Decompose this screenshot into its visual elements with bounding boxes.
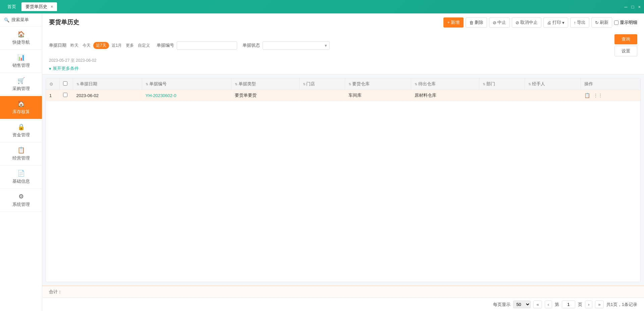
inventory-icon: 🏠 (17, 100, 25, 107)
window-minimize-icon[interactable]: ─ (624, 4, 627, 9)
sidebar-item-quick-nav[interactable]: 🏠 快捷导航 (0, 27, 42, 50)
toolbar: + 新增 🗑 🗑 删除 删除 ⊘ 中止 ⊘ 取消中止 (443, 17, 637, 31)
col-req-warehouse[interactable]: 要货仓库 (345, 78, 411, 90)
stop-button[interactable]: ⊘ 中止 (489, 17, 510, 28)
prev-page-button[interactable]: ‹ (545, 301, 552, 308)
cell-handler (525, 90, 581, 101)
per-page-select[interactable]: 50 10 20 100 (513, 301, 531, 308)
print-button[interactable]: 🖨 打印 ▾ (543, 17, 568, 28)
cart-icon: 🛒 (17, 77, 25, 84)
window-close-icon[interactable]: × (638, 4, 641, 9)
total-info: 共1页，1条记录 (606, 302, 637, 308)
export-button[interactable]: ↑ 导出 (570, 17, 590, 28)
status-select[interactable] (263, 41, 330, 50)
cell-date: 2023-06-02 (73, 90, 142, 101)
shortcut-7days[interactable]: 近7天 (93, 42, 109, 49)
new-button[interactable]: + 新增 (443, 17, 463, 28)
sidebar: 🔍 搜索菜单 🏠 快捷导航 📊 销售管理 🛒 采购管理 🏠 库存核算 🔒 资金管… (0, 13, 42, 311)
delete-button[interactable]: 🗑 🗑 删除 删除 (466, 17, 487, 28)
sidebar-item-operations[interactable]: 📋 经营管理 (0, 142, 42, 166)
delete-icon: 🗑 (469, 20, 474, 25)
shortcut-custom[interactable]: 自定义 (137, 42, 151, 49)
window-maximize-icon[interactable]: □ (632, 4, 634, 9)
action-btns: 查询 设置 (614, 34, 637, 56)
first-page-button[interactable]: « (533, 301, 542, 308)
order-no-label: 单据编号 (157, 42, 174, 48)
shortcut-more[interactable]: 更多 (124, 42, 135, 49)
table-body: 1 2023-06-02 YH-20230602-0 要货单要货 车间库 原材料… (46, 90, 640, 101)
col-date[interactable]: 单据日期 (73, 78, 142, 90)
row-edit-icon[interactable]: 📋 (584, 93, 590, 98)
row-delete-icon[interactable]: ⋮⋮ (593, 93, 603, 98)
select-all-checkbox[interactable] (63, 81, 67, 86)
main-layout: 🔍 搜索菜单 🏠 快捷导航 📊 销售管理 🛒 采购管理 🏠 库存核算 🔒 资金管… (0, 13, 644, 311)
display-detail-text: 显示明细 (620, 19, 637, 26)
display-detail-label[interactable]: 显示明细 (614, 19, 637, 26)
home-icon: 🏠 (17, 31, 25, 38)
col-action: 操作 (581, 78, 640, 90)
shortcut-today[interactable]: 今天 (81, 42, 92, 49)
table-area: ⚙ 单据日期 单据编号 单据类型 (46, 78, 641, 282)
gear-icon: ⚙ (18, 193, 24, 200)
sidebar-item-basic-info[interactable]: 📄 基础信息 (0, 166, 42, 189)
print-dropdown-icon: ▾ (562, 20, 565, 25)
col-pending-warehouse[interactable]: 待出仓库 (411, 78, 479, 90)
tab-order-history[interactable]: 要货单历史 × (21, 2, 57, 11)
col-order-type[interactable]: 单据类型 (231, 78, 299, 90)
query-button[interactable]: 查询 (614, 34, 637, 44)
expand-icon: ▾ (49, 66, 51, 71)
col-store[interactable]: 门店 (299, 78, 345, 90)
date-range-display: 2023-05-27 至 2023-06-02 (49, 58, 96, 63)
col-order-no[interactable]: 单据编号 (142, 78, 231, 90)
shortcut-yesterday[interactable]: 昨天 (69, 42, 80, 49)
tab-close-icon[interactable]: × (51, 4, 53, 9)
top-bar: + 新增 首页 要货单历史 × ─ □ × (0, 0, 644, 13)
cancel-stop-button[interactable]: ⊘ 取消中止 (512, 17, 541, 28)
next-page-button[interactable]: › (585, 301, 592, 308)
orders-table: ⚙ 单据日期 单据编号 单据类型 (46, 78, 640, 101)
cancel-stop-icon: ⊘ (516, 20, 519, 25)
cell-store (299, 90, 345, 101)
expand-more-btn[interactable]: ▾ 展开更多条件 (49, 65, 637, 72)
row-checkbox[interactable] (63, 93, 67, 97)
col-department[interactable]: 部门 (479, 78, 525, 90)
cell-checkbox (59, 90, 73, 101)
display-detail-checkbox[interactable] (614, 20, 619, 25)
sidebar-item-inventory[interactable]: 🏠 库存核算 (0, 96, 42, 119)
tab-bar: + 新增 首页 要货单历史 × (3, 2, 624, 11)
cell-order-no: YH-20230602-0 (142, 90, 231, 101)
tab-home[interactable]: + 新增 首页 (3, 2, 20, 11)
sidebar-item-system[interactable]: ⚙ 系统管理 (0, 189, 42, 212)
date-filter-group: 单据日期 昨天 今天 近7天 近1月 更多 自定义 (49, 42, 151, 49)
pagination-bar: 每页显示 50 10 20 100 « ‹ 第 页 › » 共1页，1条记录 (42, 298, 644, 311)
settings-button[interactable]: 设置 (614, 46, 637, 56)
status-label: 单据状态 (243, 42, 260, 48)
cell-index: 1 (46, 90, 59, 101)
col-settings: ⚙ (46, 78, 59, 90)
date-filter-label: 单据日期 (49, 42, 66, 48)
order-no-filter-group: 单据编号 (157, 41, 237, 50)
page-title: 要货单历史 (49, 18, 79, 26)
content-area: 要货单历史 + 新增 🗑 🗑 删除 删除 ⊘ 中止 ⊘ 取消中止 (42, 13, 644, 311)
search-menu-item[interactable]: 🔍 搜索菜单 (0, 13, 42, 27)
table-header-row: ⚙ 单据日期 单据编号 单据类型 (46, 78, 640, 90)
last-page-button[interactable]: » (595, 301, 603, 308)
export-icon: ↑ (574, 20, 576, 25)
footer-summary: 合计： (42, 285, 644, 298)
table-row: 1 2023-06-02 YH-20230602-0 要货单要货 车间库 原材料… (46, 90, 640, 101)
order-no-link[interactable]: YH-20230602-0 (146, 93, 176, 98)
refresh-button[interactable]: ↻ 刷新 (591, 17, 612, 28)
col-handler[interactable]: 经手人 (525, 78, 581, 90)
search-icon: 🔍 (4, 17, 9, 23)
sidebar-item-sales[interactable]: 📊 销售管理 (0, 50, 42, 73)
cell-pending-warehouse: 原材料仓库 (411, 90, 479, 101)
page-number-input[interactable] (562, 301, 575, 308)
order-no-input[interactable] (177, 41, 237, 50)
cell-department (479, 90, 525, 101)
sidebar-item-purchase[interactable]: 🛒 采购管理 (0, 73, 42, 96)
status-filter-group: 单据状态 ▾ (243, 41, 328, 50)
per-page-label: 每页显示 (493, 302, 511, 308)
sidebar-item-finance[interactable]: 🔒 资金管理 (0, 119, 42, 142)
table-settings-icon[interactable]: ⚙ (49, 82, 53, 87)
shortcut-1month[interactable]: 近1月 (110, 42, 123, 49)
